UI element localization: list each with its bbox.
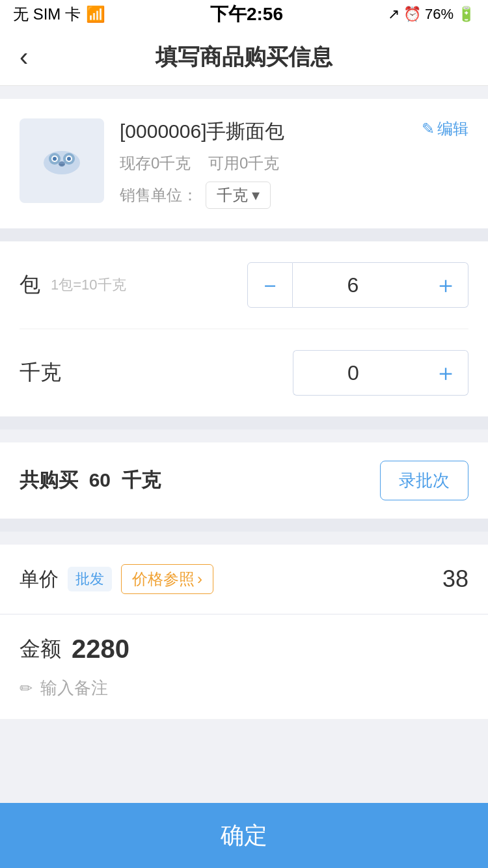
pack-label-group: 包 1包=10千克 [20,271,126,299]
pack-input[interactable] [293,262,423,308]
dropdown-icon: ▾ [252,186,260,204]
remark-row[interactable]: ✏ 输入备注 [20,677,468,699]
kg-plus-button[interactable]: ＋ [423,350,468,396]
product-card: [0000006]手撕面包 现存0千克 可用0千克 销售单位： 千克 ▾ ✎ 编… [0,99,488,228]
product-info: [0000006]手撕面包 现存0千克 可用0千克 销售单位： 千克 ▾ [120,118,468,209]
price-tag: 批发 [68,567,112,591]
kg-controls: ＋ [293,350,468,396]
svg-point-5 [53,157,57,161]
unit-value: 千克 [217,185,248,206]
pack-controls: － ＋ [247,262,468,308]
section-divider-3 [0,519,488,532]
product-name: [0000006]手撕面包 [120,118,468,145]
product-stock: 现存0千克 可用0千克 [120,153,468,174]
price-label: 单价 [20,566,59,593]
input-section: 包 1包=10千克 － ＋ 千克 ＋ [0,241,488,416]
wifi-icon: 📶 [86,5,105,23]
price-label-group: 单价 批发 价格参照 › [20,564,213,594]
price-value: 38 [442,565,468,593]
product-image [20,118,104,203]
battery-icon: 🔋 [457,6,475,23]
edit-icon: ✎ [422,120,435,138]
unit-label: 销售单位： [120,185,198,206]
minus-icon: － [258,269,282,301]
pencil-icon: ✏ [20,679,33,698]
pack-sublabel: 1包=10千克 [51,275,126,295]
location-icon: ↗ [388,6,400,23]
unit-select[interactable]: 千克 ▾ [206,182,271,209]
price-section: 单价 批发 价格参照 › 38 [0,545,488,614]
status-bar: 无 SIM 卡 📶 下午2:56 ↗ ⏰ 76% 🔋 [0,0,488,29]
confirm-button[interactable]: 确定 [0,803,488,868]
amount-label: 金额 [20,635,61,664]
status-right: ↗ ⏰ 76% 🔋 [388,6,475,23]
summary-text: 共购买 60 千克 [20,467,161,494]
amount-section: 金额 2280 ✏ 输入备注 [0,615,488,719]
kg-row: 千克 ＋ [20,329,468,416]
section-divider-1 [0,228,488,241]
page-title: 填写商品购买信息 [156,42,332,72]
alarm-icon: ⏰ [403,6,421,23]
price-ref-arrow: › [197,570,202,588]
battery-percent: 76% [425,6,454,23]
nav-bar: ‹ 填写商品购买信息 [0,29,488,86]
bottom-spacer [0,719,488,803]
product-unit-row: 销售单位： 千克 ▾ [120,182,468,209]
stock-current: 现存0千克 [120,154,191,172]
pack-minus-button[interactable]: － [247,262,293,308]
summary-prefix: 共购买 [20,469,78,491]
kg-input[interactable] [293,350,423,396]
amount-value: 2280 [72,634,129,664]
edit-button[interactable]: ✎ 编辑 [422,118,468,139]
pack-row: 包 1包=10千克 － ＋ [20,241,468,329]
summary-unit: 千克 [122,469,161,491]
price-ref-button[interactable]: 价格参照 › [121,564,213,594]
edit-label: 编辑 [437,118,468,139]
stock-available: 可用0千克 [208,154,279,172]
section-divider-2 [0,416,488,429]
pack-label: 包 [20,271,40,299]
summary-row: 共购买 60 千克 录批次 [0,442,488,519]
record-batch-button[interactable]: 录批次 [380,461,468,500]
status-left: 无 SIM 卡 📶 [13,4,105,25]
plus-icon: ＋ [434,269,457,301]
kg-plus-icon: ＋ [434,357,457,389]
price-ref-label: 价格参照 [132,569,195,590]
pack-plus-button[interactable]: ＋ [423,262,468,308]
amount-row: 金额 2280 [20,634,468,664]
svg-point-6 [67,157,71,161]
status-time: 下午2:56 [210,2,283,27]
no-sim-text: 无 SIM 卡 [13,4,81,25]
price-row: 单价 批发 价格参照 › 38 [20,564,468,594]
remark-placeholder: 输入备注 [40,677,108,699]
summary-amount: 60 [89,469,111,491]
kg-label: 千克 [20,359,61,387]
back-button[interactable]: ‹ [20,42,28,72]
